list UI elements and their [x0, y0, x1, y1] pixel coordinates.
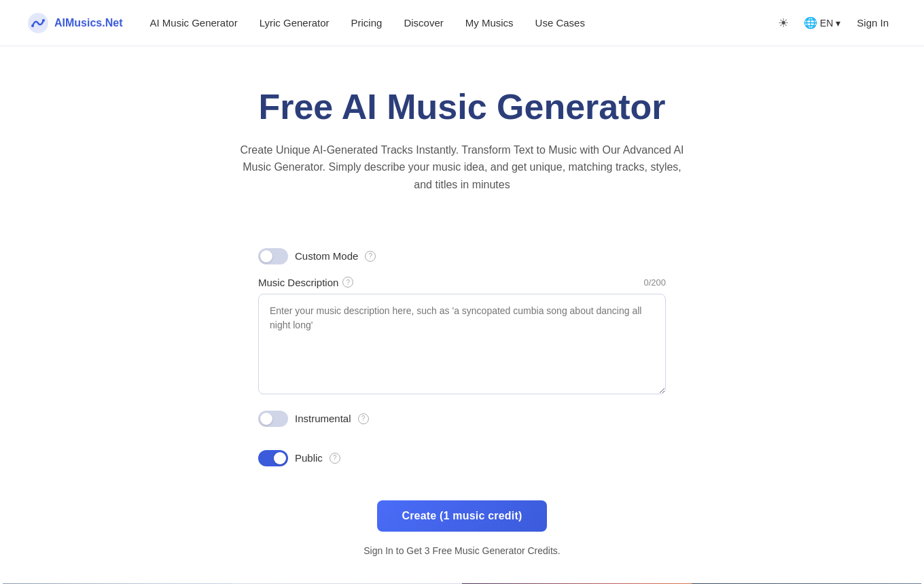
instrumental-toggle[interactable] — [258, 411, 288, 427]
theme-toggle-button[interactable]: ☀ — [771, 11, 796, 35]
site-logo[interactable]: AIMusics.Net — [27, 12, 122, 34]
public-label: Public — [295, 452, 323, 464]
sun-icon: ☀ — [778, 16, 789, 31]
music-description-header: Music Description ? 0/200 — [258, 277, 666, 288]
char-count: 0/200 — [643, 277, 666, 288]
nav-item-pricing[interactable]: Pricing — [351, 17, 383, 29]
custom-mode-row: Custom Mode ? — [258, 248, 666, 264]
public-row: Public ? — [258, 450, 666, 466]
nav-item-use-cases[interactable]: Use Cases — [535, 17, 585, 29]
language-selector[interactable]: 🌐 EN ▾ — [804, 16, 840, 29]
nav-item-discover[interactable]: Discover — [404, 17, 443, 29]
instrumental-label: Instrumental — [295, 413, 351, 424]
nav-links: AI Music Generator Lyric Generator Prici… — [149, 17, 770, 29]
instrumental-help-icon[interactable]: ? — [358, 413, 369, 424]
instrumental-row: Instrumental ? — [258, 411, 666, 427]
instrumental-thumb — [260, 413, 272, 425]
generator-form: Custom Mode ? Music Description ? 0/200 … — [245, 248, 679, 556]
public-thumb — [274, 452, 286, 464]
custom-mode-label: Custom Mode — [295, 250, 358, 262]
nav-item-lyric-generator[interactable]: Lyric Generator — [260, 17, 330, 29]
logo-text: AIMusics.Net — [54, 17, 122, 29]
nav-item-my-musics[interactable]: My Musics — [465, 17, 514, 29]
options-row: Instrumental ? Public ? — [258, 411, 666, 479]
hero-title: Free AI Music Generator — [14, 87, 910, 128]
navbar: AIMusics.Net AI Music Generator Lyric Ge… — [0, 0, 924, 46]
translate-icon: 🌐 — [804, 16, 817, 29]
music-description-help-icon[interactable]: ? — [342, 277, 353, 288]
sign-in-note: Sign In to Get 3 Free Music Generator Cr… — [258, 545, 666, 556]
custom-mode-thumb — [260, 250, 272, 262]
nav-item-ai-music-generator[interactable]: AI Music Generator — [149, 17, 237, 29]
hero-subtitle: Create Unique AI-Generated Tracks Instan… — [238, 141, 686, 194]
chevron-down-icon: ▾ — [836, 18, 840, 29]
custom-mode-toggle[interactable] — [258, 248, 288, 264]
public-help-icon[interactable]: ? — [330, 453, 340, 464]
lang-label: EN — [820, 18, 833, 29]
custom-mode-help-icon[interactable]: ? — [365, 251, 376, 262]
logo-icon — [27, 12, 49, 34]
svg-point-1 — [31, 24, 34, 27]
nav-right: ☀ 🌐 EN ▾ Sign In — [771, 11, 897, 35]
create-button[interactable]: Create (1 music credit) — [377, 500, 546, 532]
hero-section: Free AI Music Generator Create Unique AI… — [0, 46, 924, 221]
music-description-label-row: Music Description ? — [258, 277, 353, 288]
svg-point-2 — [42, 19, 45, 22]
sign-in-button[interactable]: Sign In — [849, 12, 897, 34]
music-description-textarea[interactable] — [258, 294, 666, 394]
public-toggle[interactable] — [258, 450, 288, 466]
music-description-label: Music Description — [258, 277, 338, 288]
